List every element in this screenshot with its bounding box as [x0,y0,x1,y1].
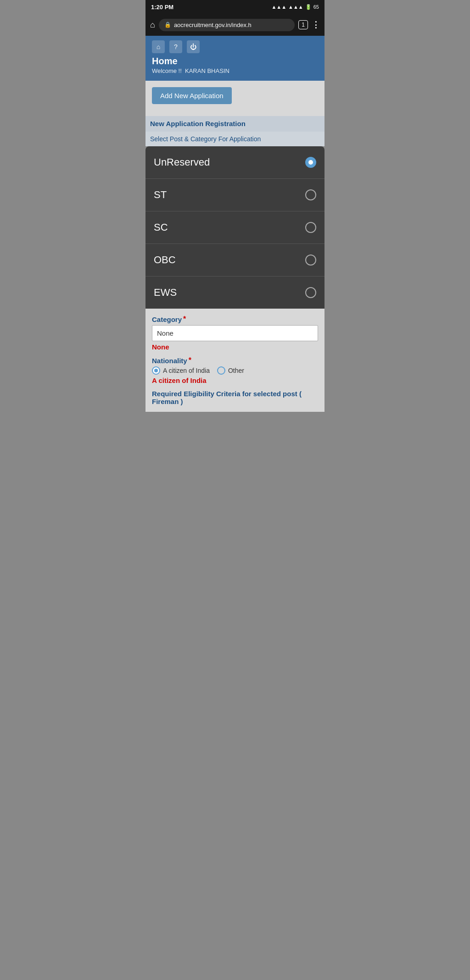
signal-icon-2: ▲▲▲ [288,4,303,10]
home-icon[interactable]: ⌂ [152,40,165,53]
help-icon[interactable]: ? [169,40,182,53]
radio-sc[interactable] [305,222,316,233]
welcome-text: Welcome !! KARAN BHASIN [152,67,318,74]
radio-obc[interactable] [305,255,316,266]
nationality-required-star: * [189,356,191,365]
power-icon[interactable]: ⏻ [187,40,200,53]
add-new-application-button[interactable]: Add New Application [152,87,232,104]
category-selected-value: None [152,343,318,351]
nationality-label: Nationality * [152,356,318,365]
category-label: Category * [152,315,318,323]
category-dropdown-overlay: UnReserved ST SC OBC EWS [145,146,325,309]
radio-other-btn[interactable] [217,366,225,375]
nationality-radio-group: A citizen of India Other [152,366,318,375]
nationality-selected-value: A citizen of India [152,376,318,384]
browser-bar: ⌂ 🔒 aocrecruitment.gov.in/index.h 1 ⋮ [145,14,325,36]
breadcrumb-sub: Select Post & Category For Application [145,132,325,146]
dropdown-item-ews[interactable]: EWS [145,277,325,309]
status-icons: ▲▲▲ ▲▲▲ 🔋 65 [271,4,319,10]
nationality-citizen-option[interactable]: A citizen of India [152,366,210,375]
eligibility-criteria-text: Required Eligibility Criteria for select… [152,390,318,405]
breadcrumb-bar: New Application Registration [145,116,325,132]
form-area: Category * None None Nationality * A cit… [145,309,325,412]
signal-icon-1: ▲▲▲ [271,4,286,10]
lock-icon: 🔒 [164,22,171,28]
browser-home-icon[interactable]: ⌂ [150,20,155,30]
status-bar: 1:20 PM ▲▲▲ ▲▲▲ 🔋 65 [145,0,325,14]
content-area: Add New Application [145,81,325,116]
radio-st[interactable] [305,189,316,200]
radio-ews[interactable] [305,287,316,298]
dropdown-item-unreserved[interactable]: UnReserved [145,146,325,179]
username: KARAN BHASIN [185,67,229,74]
nationality-other-label: Other [228,367,244,374]
dropdown-label-ews: EWS [154,287,177,299]
header-icons: ⌂ ? ⏻ [152,40,318,53]
battery-percent: 65 [313,4,319,10]
category-required-star: * [183,315,186,323]
battery-icon: 🔋 [305,4,312,10]
dropdown-item-sc[interactable]: SC [145,211,325,244]
status-time: 1:20 PM [151,4,173,11]
dropdown-item-st[interactable]: ST [145,179,325,211]
tab-badge[interactable]: 1 [298,20,308,29]
nationality-citizen-label: A citizen of India [163,367,210,374]
dropdown-label-obc: OBC [154,254,176,266]
radio-unreserved[interactable] [305,157,316,168]
category-select[interactable]: None [152,325,318,341]
browser-menu-icon[interactable]: ⋮ [312,20,320,30]
dropdown-label-sc: SC [154,221,168,233]
breadcrumb-title: New Application Registration [150,120,246,127]
nationality-other-option[interactable]: Other [217,366,244,375]
address-bar[interactable]: 🔒 aocrecruitment.gov.in/index.h [159,19,295,31]
dropdown-label-st: ST [154,189,167,201]
address-text: aocrecruitment.gov.in/index.h [174,22,252,28]
site-title: Home [152,56,318,66]
dropdown-label-unreserved: UnReserved [154,156,210,168]
radio-citizen-btn[interactable] [152,366,160,375]
site-header: ⌂ ? ⏻ Home Welcome !! KARAN BHASIN [145,36,325,81]
dropdown-item-obc[interactable]: OBC [145,244,325,277]
